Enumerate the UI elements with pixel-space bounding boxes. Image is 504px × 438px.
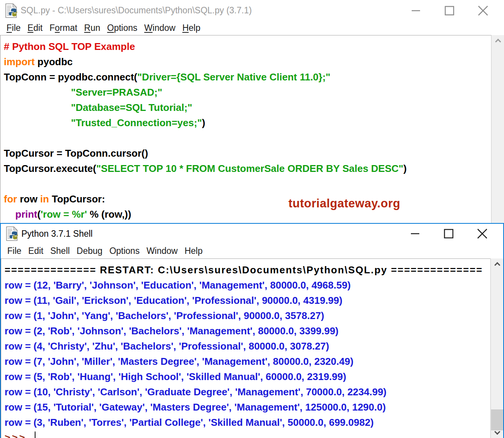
code-line: row = (10, 'Christy', 'Carlson', 'Gradua… xyxy=(5,384,490,399)
code-line: "Database=SQL Tutorial;" xyxy=(4,100,491,115)
code-line: row = (12, 'Barry', 'Johnson', 'Educatio… xyxy=(5,278,490,293)
scroll-down-button[interactable] xyxy=(491,427,503,438)
editor-code: # Python SQL TOP Exampleimport pyodbcTop… xyxy=(0,35,491,222)
code-line: row = (11, 'Gail', 'Erickson', 'Educatio… xyxy=(5,293,490,308)
shell-window: Python 3.7.1 Shell FileEditShellDebugOpt… xyxy=(0,223,504,438)
code-line xyxy=(4,176,491,191)
shell-window-controls xyxy=(389,224,503,244)
editor-titlebar[interactable]: SQL.py - C:\Users\sures\Documents\Python… xyxy=(0,0,504,21)
code-line: "Trusted_Connection=yes;") xyxy=(4,115,491,130)
menu-item-edit[interactable]: Edit xyxy=(25,246,47,256)
editor-window-controls xyxy=(390,0,504,21)
menu-item-options[interactable]: Options xyxy=(106,246,143,256)
shell-menubar: FileEditShellDebugOptionsWindowHelp xyxy=(1,244,503,258)
shell-titlebar[interactable]: Python 3.7.1 Shell xyxy=(1,224,503,244)
code-line: ============== RESTART: C:\Users\sures\D… xyxy=(5,262,490,278)
menu-item-edit[interactable]: Edit xyxy=(24,23,46,33)
code-line: for row in TopCursor: xyxy=(4,191,491,207)
scroll-up-button[interactable] xyxy=(492,35,504,46)
menu-item-options[interactable]: Options xyxy=(104,23,141,33)
menu-item-debug[interactable]: Debug xyxy=(73,246,106,256)
shell-window-title: Python 3.7.1 Shell xyxy=(21,229,93,239)
menu-item-help[interactable]: Help xyxy=(179,23,204,33)
code-line: import pyodbc xyxy=(4,54,491,69)
maximize-button[interactable] xyxy=(436,0,463,21)
menu-item-file[interactable]: File xyxy=(3,23,24,33)
code-line: row = (5, 'Rob', 'Huang', 'High School',… xyxy=(5,369,490,384)
chevron-up-icon xyxy=(495,39,501,45)
code-line: row = (2, 'Rob', 'Johnson', 'Bachelors',… xyxy=(5,323,490,339)
code-line: row = (7, 'John', 'Miller', 'Masters Deg… xyxy=(5,354,490,369)
code-line: "Server=PRASAD;" xyxy=(4,85,491,100)
editor-window: SQL.py - C:\Users\sures\Documents\Python… xyxy=(0,0,504,224)
python-file-icon xyxy=(5,3,17,18)
close-button[interactable] xyxy=(469,224,496,244)
shell-scrollbar[interactable] xyxy=(491,258,503,438)
close-button[interactable] xyxy=(470,0,496,21)
shell-text-area[interactable]: ============== RESTART: C:\Users\sures\D… xyxy=(1,258,491,438)
code-line: TopConn = pyodbc.connect("Driver={SQL Se… xyxy=(4,69,491,85)
minimize-button[interactable] xyxy=(402,224,428,244)
code-line: TopCursor.execute("SELECT TOP 10 * FROM … xyxy=(4,161,491,176)
menu-item-help[interactable]: Help xyxy=(181,246,206,256)
code-line: # Python SQL TOP Example xyxy=(4,39,491,54)
menu-item-window[interactable]: Window xyxy=(143,246,181,256)
code-line: row = (4, 'Christy', 'Zhu', 'Bachelors',… xyxy=(5,339,490,354)
code-line: TopCursor = TopConn.cursor() xyxy=(4,146,491,161)
chevron-up-icon xyxy=(494,262,500,268)
code-line: row = (3, 'Ruben', 'Torres', 'Partial Co… xyxy=(5,415,490,430)
scroll-up-button[interactable] xyxy=(491,258,503,269)
menu-item-file[interactable]: File xyxy=(4,246,25,256)
menu-item-window[interactable]: Window xyxy=(141,23,179,33)
menu-item-shell[interactable]: Shell xyxy=(47,246,73,256)
code-line: >>> xyxy=(5,430,490,438)
editor-menubar: FileEditFormatRunOptionsWindowHelp xyxy=(0,21,504,35)
code-line: row = (15, 'Tutorial', 'Gateway', 'Maste… xyxy=(5,399,490,415)
chevron-down-icon xyxy=(494,428,500,435)
menu-item-format[interactable]: Format xyxy=(46,23,81,33)
minimize-button[interactable] xyxy=(403,0,429,21)
maximize-button[interactable] xyxy=(435,224,462,244)
shell-output: ============== RESTART: C:\Users\sures\D… xyxy=(1,259,490,438)
editor-text-area[interactable]: # Python SQL TOP Exampleimport pyodbcTop… xyxy=(0,35,491,224)
code-line: print('row = %r' % (row,)) xyxy=(4,207,491,222)
editor-scrollbar[interactable] xyxy=(491,35,504,224)
python-file-icon xyxy=(6,226,18,241)
watermark-text: tutorialgateway.org xyxy=(288,197,400,210)
text-cursor xyxy=(35,432,35,438)
menu-item-run[interactable]: Run xyxy=(81,23,104,33)
editor-window-title: SQL.py - C:\Users\sures\Documents\Python… xyxy=(21,5,252,16)
code-line xyxy=(4,130,491,146)
code-line: row = (1, 'John', 'Yang', 'Bachelors', '… xyxy=(5,308,490,323)
